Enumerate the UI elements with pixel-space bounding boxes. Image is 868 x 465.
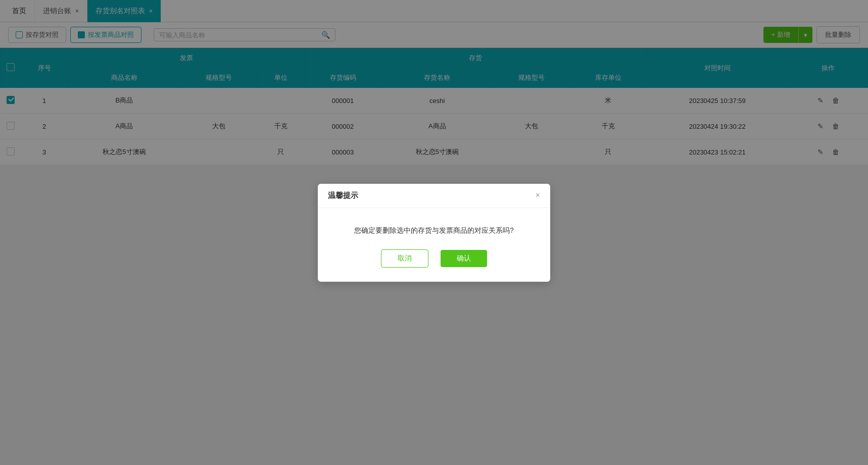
modal-overlay: 温馨提示 × 您确定要删除选中的存货与发票商品的对应关系吗? 取消 确认 (0, 0, 868, 165)
